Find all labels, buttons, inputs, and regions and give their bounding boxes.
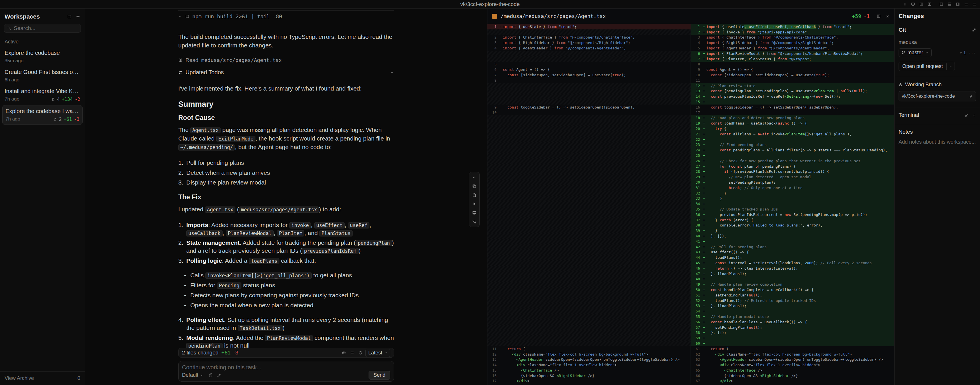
panel-bottom-button[interactable] [947,2,952,6]
send-button[interactable]: Send [369,371,390,380]
active-section-label: Active [0,35,85,47]
line-number: 21 [691,132,702,136]
play-icon[interactable] [472,202,477,206]
paperclip-icon[interactable] [208,373,212,377]
mode-selector[interactable]: Default [182,372,204,378]
branch-row: master 1 ··· [899,48,976,57]
deletions-count: -3 [234,350,238,356]
chev-up-icon[interactable] [472,175,477,180]
pencil-icon[interactable] [217,373,221,377]
new-terminal-button[interactable] [972,113,976,117]
menu-button[interactable] [972,2,977,6]
columns-button[interactable] [919,2,923,6]
menu-icon [972,2,977,6]
updated-todos-row[interactable]: Updated Todos [178,69,394,76]
latest-label: Latest [368,350,382,356]
diff-code-line: 26+ // Check for new pending plans that … [691,158,894,164]
rows-icon[interactable] [350,351,354,355]
diff-row: 29+ // New plan detected — open the moda… [487,174,894,180]
diff-empty-filler [487,260,691,266]
notes-placeholder[interactable]: Add notes about this workspace... [899,139,976,145]
git-compare-icon[interactable] [472,220,477,224]
view-archive-link[interactable]: View Archive [5,375,34,381]
clipboard-icon[interactable] [472,193,477,197]
workspace-item[interactable]: Explore the codebase I want you to ex...… [2,105,83,125]
archive-count: 0 [78,375,80,381]
working-branch-input[interactable]: vk/3ccf-explore-the-code [899,91,976,102]
line-number: 47 [691,272,702,276]
line-number: 61 [691,347,702,351]
tool-call-row[interactable]: npm run build 2>&1 | tail -80 [178,13,394,19]
edit-branch-button[interactable] [969,94,973,98]
branch-selector[interactable]: master [899,48,932,57]
diff-row: 15 <ChatInterface />65 <ChatInterface /> [487,368,894,373]
line-number: 10 [691,73,702,77]
diff-code-line: 14 <div className="flex flex-1 overflow-… [487,362,691,368]
line-number: 24 [691,148,702,152]
expand-git-button[interactable] [972,28,976,32]
terminal-icon [185,14,189,19]
x-icon[interactable] [885,14,890,18]
line-number: 54 [691,309,702,313]
rows-button[interactable] [964,2,968,6]
search-input[interactable]: Search... [4,24,81,33]
changes-status-bar[interactable]: 2 files changed +61 -3 Latest [178,348,394,358]
monitor-button[interactable] [911,2,915,6]
diff-row: 25+ [487,153,894,158]
titlebar-icon-group [902,2,932,6]
message-composer[interactable]: Continue working on this task... Default… [178,361,394,382]
conversation-scroll[interactable]: npm run build 2>&1 | tail -80The build c… [85,9,487,348]
monitor-icon [911,2,915,6]
list-item: 1.Imports: Added necessary imports for i… [178,221,394,237]
diff-code-line: 45+ const interval = setInterval(loadPla… [691,260,894,266]
line-number: 15 [691,100,702,104]
list-item: 2.Detect when a new plan arrives [178,169,394,177]
columns-icon[interactable] [877,14,881,18]
refresh-icon[interactable] [358,351,363,355]
diff-empty-filler [487,271,691,277]
new-workspace-button[interactable] [76,14,80,19]
diff-row: 31+ break; // Only open one at a time [487,185,894,191]
workspace-item[interactable]: Create Good First Issues on Github So ..… [0,66,85,85]
panel-right-button[interactable] [956,2,960,6]
bold-label: Polling effect [186,317,224,323]
diff-row: 3import { RightSidebar } from "@/compone… [487,40,894,45]
diff-code-line: 3import { RightSidebar } from "@/compone… [487,40,691,45]
eye-icon[interactable] [342,351,346,355]
diff-row: 17 </div>67 </div> [487,379,894,384]
diff-body[interactable]: 1-import { useState } from "react";1+imp… [487,24,894,385]
monitor-icon[interactable] [472,210,477,215]
diff-code-line: 10 const [sidebarOpen, setSidebarOpen] =… [691,72,894,78]
layout-toggle-button[interactable] [67,14,72,19]
arrow-up-icon [959,51,963,54]
diff-code-line: 56+ const handlePlanClose = useCallback(… [691,319,894,325]
latest-dropdown[interactable]: Latest [366,349,390,357]
open-pull-request-button[interactable]: Open pull request [899,62,955,71]
more-options-button[interactable]: ··· [969,50,976,56]
chevron-down-icon[interactable] [946,64,955,70]
diff-row: 7 const [sidebarOpen, setSidebarOpen] = … [487,72,894,78]
todos-label: Updated Todos [185,69,224,76]
panel-left-button[interactable] [939,2,943,6]
diff-code-line: 1-import { useState } from "react"; [487,24,691,29]
file-icon [51,97,55,101]
file-read-row[interactable]: Readmedusa/src/pages/Agent.tsx [178,57,394,64]
line-number: 20 [691,127,702,131]
expand-terminal-button[interactable] [965,113,969,117]
workspace-item[interactable]: Install and integrate Vibe Kanban Web...… [0,85,85,105]
ordered-list: 1.Poll for pending plans2.Detect when a … [178,159,394,186]
pause-button[interactable] [902,2,907,6]
inline-code: invoke<PlanItem[]>('get_all_plans') [205,272,312,279]
sidebar-header: Workspaces [0,9,85,24]
mode-label: Default [182,372,198,378]
app-window: vk/3ccf-explore-the-code Workspaces Sear… [0,0,980,385]
diff-row: 1017 [487,110,894,115]
grid-button[interactable] [928,2,932,6]
diff-empty-filler [487,293,691,298]
workspace-item[interactable]: Explore the codebase35m ago [0,47,85,66]
line-number: 11 [691,78,702,83]
copy-icon[interactable] [472,184,477,188]
changes-title: Changes [899,13,976,19]
notes-section-label: Notes [899,129,913,135]
diff-row: 1-import { useState } from "react";1+imp… [487,24,894,29]
